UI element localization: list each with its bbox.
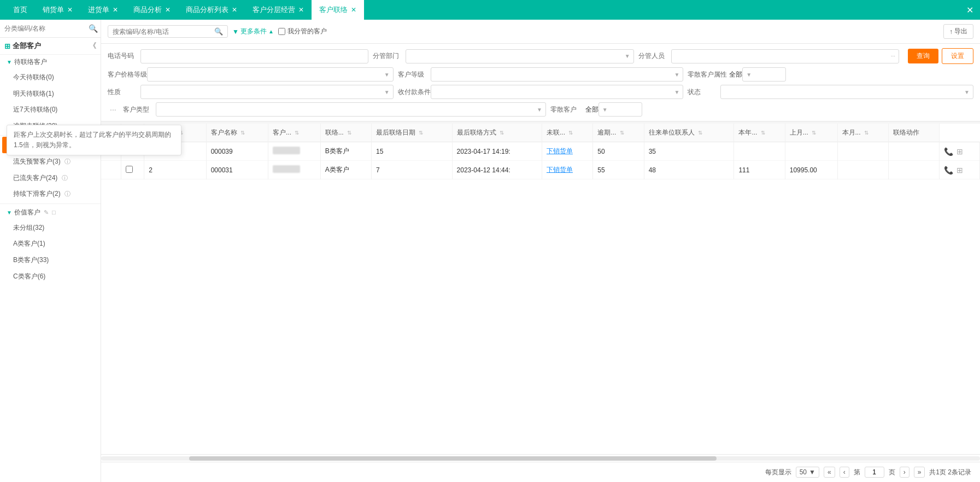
sidebar-search-input[interactable]	[4, 25, 86, 32]
nature-label: 性质	[108, 88, 140, 97]
phone-action-icon[interactable]: 📞	[944, 166, 953, 175]
status-label: 状态	[688, 88, 720, 97]
sort-icon[interactable]: ⇅	[240, 130, 245, 136]
sort-icon[interactable]: ⇅	[812, 130, 816, 136]
search-input[interactable]	[113, 28, 214, 36]
more-conditions-button[interactable]: ▼ 更多条件 ▲	[232, 27, 274, 36]
first-page-button[interactable]: «	[824, 467, 835, 478]
col-this-year: 本年... ⇅	[734, 124, 785, 142]
search-icon[interactable]: 🔍	[89, 24, 98, 33]
sidebar-group-value[interactable]: ▼ 价值客户 ✎ □	[0, 205, 101, 220]
export-button[interactable]: ↑ 导出	[943, 24, 973, 39]
top-navigation: 首页 销货单 ✕ 进货单 ✕ 商品分析 ✕ 商品分析列表 ✕ 客户分层经营 ✕ …	[0, 0, 980, 20]
row-contacts-person	[734, 142, 785, 161]
sidebar-item-declining[interactable]: 持续下滑客户(2) ⓘ	[0, 186, 101, 202]
sort-icon[interactable]: ⇅	[698, 130, 702, 136]
add-icon[interactable]: □	[52, 209, 56, 216]
scroll-thumb[interactable]	[189, 456, 717, 461]
sort-icon[interactable]: ⇅	[864, 130, 868, 136]
nature-select[interactable]: ▼	[140, 85, 394, 99]
collapse-icon[interactable]: 《	[89, 41, 96, 51]
horizontal-scrollbar[interactable]	[101, 454, 980, 462]
sort-icon[interactable]: ⇅	[568, 130, 573, 136]
retail-attr-select[interactable]: ▼	[742, 67, 786, 82]
next-page-button[interactable]: ›	[900, 467, 909, 478]
row-select-checkbox[interactable]	[126, 166, 133, 173]
sidebar-item-a-class[interactable]: A类客户(1)	[0, 236, 101, 252]
status-select[interactable]: ▼	[720, 85, 973, 99]
close-icon[interactable]: ✕	[113, 6, 118, 14]
arrow-down-icon: ▼	[537, 107, 542, 113]
close-icon[interactable]: ✕	[298, 6, 304, 14]
sidebar-item-c-class[interactable]: C类客户(6)	[0, 269, 101, 285]
sort-icon[interactable]: ⇅	[620, 130, 624, 136]
last-page-button[interactable]: »	[914, 467, 925, 478]
phone-label: 电话号码	[108, 51, 140, 61]
sidebar-item-tomorrow[interactable]: 明天待联络(1)	[0, 86, 101, 102]
tooltip-box: 距客户上次交易时长，超过了此客户的平均交易周期的1.5倍，则视为异常。	[7, 125, 181, 155]
close-icon[interactable]: ✕	[67, 6, 73, 14]
row-contacts-person: 111	[734, 161, 785, 179]
row-contact-count: 15	[372, 142, 453, 161]
row-checkbox[interactable]	[121, 161, 144, 179]
nav-customer-tier[interactable]: 客户分层经营 ✕	[245, 0, 312, 20]
edit-icon[interactable]: ✎	[44, 209, 49, 216]
sidebar-item-ungroups[interactable]: 未分组(32)	[0, 220, 101, 236]
grid-action-icon[interactable]: ⊞	[956, 166, 963, 175]
sidebar-all-customers[interactable]: ⊞ 全部客户 《	[0, 38, 101, 55]
row-last-method[interactable]: 下销货单	[542, 142, 592, 161]
customer-level-select[interactable]: ▼	[431, 67, 684, 82]
dept-select[interactable]: ▼	[406, 49, 633, 63]
my-customer-checkbox-area[interactable]: 我分管的客户	[278, 27, 327, 36]
row-name	[268, 161, 320, 179]
per-page-select[interactable]: 50 ▼	[796, 467, 819, 478]
sidebar-item-7days[interactable]: 近7天待联络(0)	[0, 102, 101, 118]
close-icon[interactable]: ✕	[351, 6, 356, 14]
grid-action-icon[interactable]: ⊞	[956, 147, 963, 156]
close-icon[interactable]: ✕	[232, 6, 237, 14]
retail-customer-label: 零散客户	[550, 105, 583, 114]
nav-product-list[interactable]: 商品分析列表 ✕	[178, 0, 245, 20]
sort-icon[interactable]: ⇅	[347, 130, 351, 136]
col-last-method-label: 最后联络方式	[457, 129, 496, 136]
close-icon[interactable]: ✕	[165, 6, 171, 14]
sidebar-content: ⊞ 全部客户 《 ▼ 待联络客户 今天待联络(0) 明天待联络(1) 近7天待联…	[0, 38, 101, 482]
sidebar-item-churned[interactable]: 已流失客户(24) ⓘ	[0, 170, 101, 187]
retail-customer-select[interactable]: ▼	[598, 102, 642, 117]
phone-action-icon[interactable]: 📞	[944, 147, 953, 156]
more-dots-icon[interactable]: ···	[108, 105, 119, 114]
nav-purchase-order[interactable]: 进货单 ✕	[80, 0, 126, 20]
row-last-method[interactable]: 下销货单	[542, 161, 592, 179]
customer-type-select[interactable]: ▼	[156, 102, 546, 117]
page-number-input[interactable]	[865, 467, 884, 478]
nav-sales-order[interactable]: 销货单 ✕	[35, 0, 80, 20]
row-last-month	[837, 161, 888, 179]
sort-icon[interactable]: ⇅	[500, 130, 504, 136]
payment-select[interactable]: ▼	[431, 85, 684, 99]
nav-customer-contact[interactable]: 客户联络 ✕	[312, 0, 364, 20]
phone-input[interactable]	[140, 49, 368, 63]
person-label: 分管人员	[638, 51, 671, 61]
last-method-link[interactable]: 下销货单	[547, 166, 573, 173]
col-contacts-person: 往来单位联系人 ⇅	[644, 124, 734, 142]
sidebar-item-today[interactable]: 今天待联络(0)	[0, 69, 101, 86]
prev-page-button[interactable]: ‹	[840, 467, 849, 478]
nav-product-analysis[interactable]: 商品分析 ✕	[126, 0, 178, 20]
person-select[interactable]: ···	[671, 49, 899, 63]
price-level-select[interactable]: ▼	[147, 67, 394, 82]
sort-icon[interactable]: ⇅	[761, 130, 765, 136]
sort-icon[interactable]: ⇅	[295, 130, 299, 136]
last-method-link[interactable]: 下销货单	[547, 147, 573, 155]
col-this-month-label: 本月...	[842, 129, 861, 136]
my-customer-checkbox[interactable]	[278, 28, 285, 35]
sidebar-item-b-class[interactable]: B类客户(33)	[0, 252, 101, 269]
query-button[interactable]: 查询	[908, 49, 938, 63]
nav-home[interactable]: 首页	[5, 0, 35, 20]
settings-button[interactable]: 设置	[942, 48, 973, 64]
sidebar-item-churn-warning[interactable]: 流失预警客户(3) ⓘ	[0, 154, 101, 170]
col-contact: 联络... ⇅	[320, 124, 371, 142]
sidebar-group-pending[interactable]: ▼ 待联络客户	[0, 55, 101, 69]
search-icon[interactable]: 🔍	[214, 27, 223, 36]
sort-icon[interactable]: ⇅	[419, 130, 423, 136]
window-close-icon[interactable]: ✕	[966, 5, 973, 15]
